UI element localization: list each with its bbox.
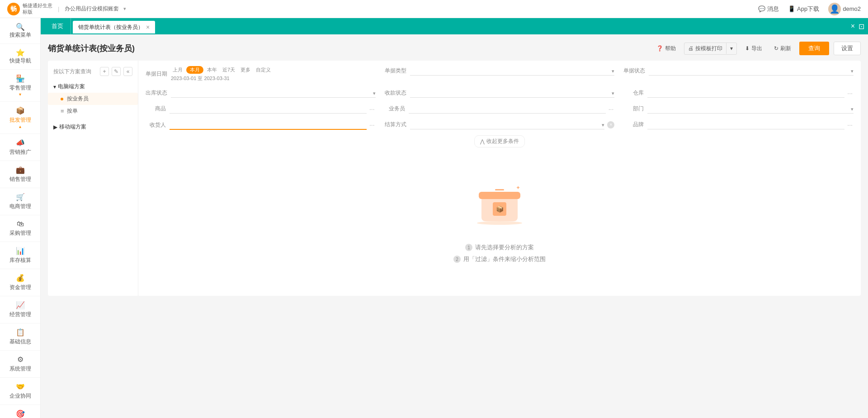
help-button[interactable]: ❓ 帮助 [653,43,679,54]
refresh-button[interactable]: ↻ 刷新 [770,43,795,54]
inventory-icon: 📊 [16,247,25,255]
scheme-group-mobile-title[interactable]: ▶ 移动端方案 [48,121,138,133]
tab-close-button[interactable]: × [851,22,855,31]
search-menu-item[interactable]: 🔍 搜索菜单 [0,18,40,44]
salesman-label: 业务员 [385,105,405,113]
message-button[interactable]: 💬 消息 [758,5,779,13]
brand-input[interactable] [647,120,844,129]
sidebar-item-purchase[interactable]: 🛍 采购管理 [0,215,40,242]
top-bar-left: 畅 畅捷通好生意 标版 | 办公用品行业模拟账套 ▾ [7,3,126,15]
finance-icon: 💰 [16,274,25,282]
help-icon: ❓ [656,45,663,52]
sidebar-item-guide[interactable]: 🎯 新手引导 [0,405,40,418]
date-tag-this-month[interactable]: 本月 [186,66,203,74]
brand-label: 品牌 [623,121,644,128]
settlement-clear-button[interactable]: × [607,121,614,128]
filter-doc-type: 单据类型 [385,66,615,76]
date-tag-this-year[interactable]: 本年 [205,66,219,74]
scheme-by-order[interactable]: ≡ 按单 [48,105,138,117]
main-panel: 按以下方案查询 + ✎ « ▾ 电脑端方案 [48,61,861,296]
sidebar-item-cooperation[interactable]: 🤝 企业协同 [0,378,40,405]
retail-icon: 🏪 [16,74,25,83]
date-tag-7days[interactable]: 近7天 [221,66,237,74]
warehouse-input[interactable] [647,88,844,98]
settlement-select[interactable] [410,120,605,129]
active-dot [61,98,63,100]
print-button[interactable]: 🖨 按模板打印 [684,43,726,54]
filter-doc-status: 单据状态 [623,66,854,76]
brand-more-icon[interactable]: ··· [846,120,854,129]
setting-button[interactable]: 设置 [834,42,861,55]
app-download-button[interactable]: 📱 App下载 [788,5,819,13]
date-tag-custom[interactable]: 自定义 [254,66,273,74]
dept-label: 部门 [623,105,644,113]
date-tag-last-month[interactable]: 上月 [171,66,184,74]
scheme-group-mobile: ▶ 移动端方案 [48,119,138,135]
panel-header-icons: + ✎ « [100,67,132,76]
sidebar-item-ecommerce[interactable]: 🛒 电商管理 [0,188,40,215]
collapse-panel-button[interactable]: « [123,67,132,76]
date-tag-more[interactable]: 更多 [239,66,252,74]
sidebar-item-retail[interactable]: 🏪 零售管理 ▾ [0,70,40,102]
user-menu[interactable]: 👤 demo2 [828,3,861,15]
tab-bar: 首页 销货单统计表（按业务员） × × ⊡ [41,18,868,34]
salesman-more-icon[interactable]: ··· [608,104,615,114]
sidebar-item-marketing[interactable]: 📣 营销推广 [0,134,40,161]
out-status-label: 出库状态 [146,89,167,97]
nav-dropdown-icon[interactable]: ▾ [123,6,126,12]
sidebar-item-system[interactable]: ⚙ 系统管理 [0,351,40,378]
scheme-by-salesman[interactable]: 按业务员 [48,93,138,105]
tab-close-icon[interactable]: × [146,24,150,31]
cooperation-icon: 🤝 [16,382,25,391]
sidebar-item-basic[interactable]: 📋 基础信息 [0,323,40,351]
quick-nav-item[interactable]: ⭐ 快捷导航 [0,44,40,70]
out-status-select[interactable] [171,88,376,98]
sidebar-item-operation[interactable]: 📈 经营管理 [0,296,40,323]
export-button[interactable]: ⬇ 导出 [741,43,766,54]
tab-restore-button[interactable]: ⊡ [859,22,864,31]
doc-status-select[interactable] [649,66,854,76]
payment-status-select[interactable] [410,88,615,98]
query-button[interactable]: 查询 [799,42,829,55]
hint-num-2: 2 [453,256,461,263]
salesman-input[interactable] [409,104,606,114]
out-status-select-wrapper [171,88,376,98]
wholesale-icon: 📦 [16,106,25,115]
print-dropdown[interactable]: ▾ [726,43,736,53]
marketing-icon: 📣 [16,138,25,147]
sidebar-item-wholesale[interactable]: 📦 批发管理 ▴ [0,102,40,134]
empty-hint-1: 1 请先选择要分析的方案 [465,243,534,252]
tab-current[interactable]: 销货单统计表（按业务员） × [73,21,155,33]
doc-status-label: 单据状态 [623,67,645,75]
sidebar-item-finance[interactable]: 💰 资金管理 [0,269,40,296]
warehouse-more-icon[interactable]: ··· [846,89,854,98]
empty-hint-2: 2 用「过滤」条件来缩小分析范围 [453,255,546,263]
tab-home[interactable]: 首页 [44,18,71,34]
content-area: 首页 销货单统计表（按业务员） × × ⊡ 销货单统计表(按业务员) ❓ [41,18,868,418]
sidebar-item-sales[interactable]: 💼 销售管理 [0,161,40,188]
top-bar: 畅 畅捷通好生意 标版 | 办公用品行业模拟账套 ▾ 💬 消息 📱 App下载 … [0,0,868,18]
doc-type-select[interactable] [410,66,615,76]
doc-type-select-wrapper [410,66,615,76]
page-header: 销货单统计表(按业务员) ❓ 帮助 🖨 按模板打印 [48,42,861,55]
filter-payment-status: 收款状态 [385,88,615,98]
scheme-group-pc: ▾ 电脑端方案 按业务员 ≡ 按单 [48,79,138,119]
filter-brand: 品牌 ··· [623,120,854,129]
goods-input[interactable] [170,104,367,114]
sidebar-item-inventory[interactable]: 📊 库存核算 [0,242,40,269]
edit-scheme-button[interactable]: ✎ [112,67,121,76]
print-icon: 🖨 [688,45,693,52]
dept-select[interactable] [647,104,854,114]
guide-icon: 🎯 [16,409,25,418]
receiver-input[interactable] [170,120,367,130]
goods-more-icon[interactable]: ··· [368,104,376,114]
top-bar-right: 💬 消息 📱 App下载 👤 demo2 [758,3,861,15]
collapse-button[interactable]: ⋀ 收起更多条件 [474,135,525,147]
scheme-group-pc-title[interactable]: ▾ 电脑端方案 [48,81,138,93]
add-scheme-button[interactable]: + [100,67,109,76]
receiver-label: 收货人 [146,121,166,129]
empty-state: 📦 ✦ 1 请先选择要分析的方案 [146,151,854,290]
date-label: 单据日期 [146,70,167,78]
receiver-more-icon[interactable]: ··· [368,120,376,129]
tab-actions: × ⊡ [851,22,864,31]
